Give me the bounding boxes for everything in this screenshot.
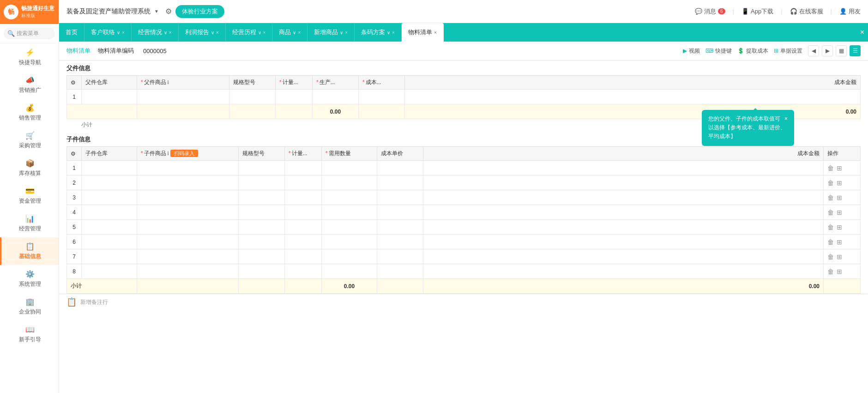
- child-unit-cell[interactable]: [285, 175, 322, 190]
- copy-icon[interactable]: ⊞: [837, 179, 842, 187]
- child-spec-cell[interactable]: [239, 205, 285, 220]
- tab-barcode[interactable]: 条码方案 ∨ ×: [355, 23, 402, 42]
- child-warehouse-cell[interactable]: [82, 249, 137, 264]
- cost-action[interactable]: 💲 提取成本: [737, 47, 768, 55]
- child-unit-cost-cell[interactable]: [377, 220, 423, 235]
- child-goods-cell[interactable]: [137, 249, 239, 264]
- child-warehouse-cell[interactable]: [82, 235, 137, 249]
- child-setting-gear-icon[interactable]: ⚙: [71, 151, 76, 157]
- sidebar-item-enterprise[interactable]: 🏢 企业协同: [0, 293, 59, 320]
- parent-producer-cell[interactable]: [313, 90, 359, 104]
- tab-close[interactable]: ×: [169, 30, 172, 35]
- child-unit-cell[interactable]: [285, 161, 322, 175]
- child-unit-cell[interactable]: [285, 249, 322, 264]
- tab-close[interactable]: ×: [298, 30, 301, 35]
- child-quantity-cell[interactable]: [322, 249, 377, 264]
- sidebar-item-guide[interactable]: 📖 新手引导: [0, 320, 59, 348]
- sidebar-item-sales[interactable]: 💰 销售管理: [0, 99, 59, 127]
- child-unit-cost-cell[interactable]: [377, 205, 423, 220]
- view-action[interactable]: ▶ 视频: [683, 47, 700, 55]
- sidebar-search-container[interactable]: 🔍 搜索菜单: [0, 24, 59, 43]
- add-note-text[interactable]: 新增备注行: [80, 298, 108, 306]
- sidebar-item-operations[interactable]: 📊 经营管理: [0, 210, 59, 237]
- child-unit-cell[interactable]: [285, 220, 322, 235]
- delete-icon[interactable]: 🗑: [827, 209, 834, 216]
- child-warehouse-cell[interactable]: [82, 161, 137, 175]
- child-unit-cost-cell[interactable]: [377, 235, 423, 249]
- scan-button[interactable]: 扫码录入: [170, 150, 198, 157]
- child-quantity-cell[interactable]: [322, 205, 377, 220]
- child-spec-cell[interactable]: [239, 175, 285, 190]
- child-quantity-cell[interactable]: [322, 220, 377, 235]
- tab-close-all[interactable]: ×: [860, 28, 868, 36]
- settings-icon[interactable]: ⚙: [165, 7, 172, 16]
- child-goods-cell[interactable]: [137, 161, 239, 175]
- tooltip-close-btn[interactable]: ×: [784, 115, 788, 123]
- child-unit-cell[interactable]: [285, 205, 322, 220]
- tab-home[interactable]: 首页: [59, 23, 84, 42]
- list-view-btn[interactable]: ☰: [850, 45, 861, 56]
- user-action[interactable]: 👤 用友: [839, 7, 861, 16]
- child-quantity-cell[interactable]: [322, 161, 377, 175]
- child-spec-cell[interactable]: [239, 190, 285, 205]
- breadcrumb[interactable]: 物料清单: [66, 47, 90, 55]
- child-unit-cell[interactable]: [285, 190, 322, 205]
- child-unit-cell[interactable]: [285, 235, 322, 249]
- child-unit-cost-cell[interactable]: [377, 161, 423, 175]
- setting-gear-icon[interactable]: ⚙: [71, 79, 76, 86]
- tab-customers[interactable]: 客户联络 ∨ ×: [84, 23, 132, 42]
- tab-close[interactable]: ×: [122, 30, 125, 35]
- online-service-action[interactable]: 🎧 在线客服: [790, 7, 823, 16]
- parent-warehouse-cell[interactable]: [82, 90, 137, 104]
- tab-close[interactable]: ×: [263, 30, 266, 35]
- delete-icon[interactable]: 🗑: [827, 194, 834, 201]
- child-spec-cell[interactable]: [239, 249, 285, 264]
- single-setting-action[interactable]: ⊞ 单据设置: [774, 47, 802, 55]
- parent-unit-cell[interactable]: [276, 90, 313, 104]
- child-goods-cell[interactable]: [137, 220, 239, 235]
- delete-icon[interactable]: 🗑: [827, 253, 834, 260]
- sidebar-item-system[interactable]: ⚙️ 系统管理: [0, 265, 59, 293]
- copy-icon[interactable]: ⊞: [837, 253, 842, 260]
- tab-operations[interactable]: 经营情况 ∨ ×: [132, 23, 179, 42]
- child-spec-cell[interactable]: [239, 264, 285, 279]
- child-unit-cost-cell[interactable]: [377, 264, 423, 279]
- copy-icon[interactable]: ⊞: [837, 194, 842, 201]
- help-icon[interactable]: ℹ: [167, 79, 169, 85]
- child-quantity-cell[interactable]: [322, 175, 377, 190]
- tab-new-goods[interactable]: 新增商品 ∨ ×: [307, 23, 355, 42]
- shortcut-action[interactable]: ⌨ 快捷键: [705, 47, 732, 55]
- tab-history[interactable]: 经营历程 ∨ ×: [226, 23, 273, 42]
- copy-icon[interactable]: ⊞: [837, 238, 842, 246]
- tab-profit[interactable]: 利润报告 ∨ ×: [179, 23, 226, 42]
- tab-bom[interactable]: 物料清单 ×: [402, 23, 444, 42]
- child-goods-cell[interactable]: [137, 175, 239, 190]
- sidebar-item-quick-nav[interactable]: ⚡ 快捷导航: [0, 43, 59, 71]
- search-bar[interactable]: 🔍 搜索菜单: [4, 28, 55, 39]
- child-spec-cell[interactable]: [239, 220, 285, 235]
- child-goods-cell[interactable]: [137, 205, 239, 220]
- app-download-action[interactable]: 📱 App下载: [741, 7, 773, 16]
- tab-close[interactable]: ×: [434, 30, 437, 35]
- tab-goods[interactable]: 商品 ∨ ×: [272, 23, 307, 42]
- child-unit-cell[interactable]: [285, 264, 322, 279]
- sidebar-item-purchase[interactable]: 🛒 采购管理: [0, 127, 59, 154]
- next-page-btn[interactable]: ▶: [822, 45, 833, 56]
- child-quantity-cell[interactable]: [322, 190, 377, 205]
- tab-close[interactable]: ×: [345, 30, 348, 35]
- child-warehouse-cell[interactable]: [82, 220, 137, 235]
- child-unit-cost-cell[interactable]: [377, 249, 423, 264]
- child-goods-cell[interactable]: [137, 190, 239, 205]
- child-quantity-cell[interactable]: [322, 264, 377, 279]
- child-spec-cell[interactable]: [239, 235, 285, 249]
- child-help-icon[interactable]: ℹ: [167, 151, 169, 156]
- child-goods-cell[interactable]: [137, 264, 239, 279]
- parent-spec-cell[interactable]: [229, 90, 276, 104]
- experience-button[interactable]: 体验行业方案: [175, 5, 224, 18]
- delete-icon[interactable]: 🗑: [827, 224, 834, 231]
- parent-goods-cell[interactable]: [137, 90, 229, 104]
- child-warehouse-cell[interactable]: [82, 175, 137, 190]
- child-quantity-cell[interactable]: [322, 235, 377, 249]
- delete-icon[interactable]: 🗑: [827, 238, 834, 246]
- child-unit-cost-cell[interactable]: [377, 190, 423, 205]
